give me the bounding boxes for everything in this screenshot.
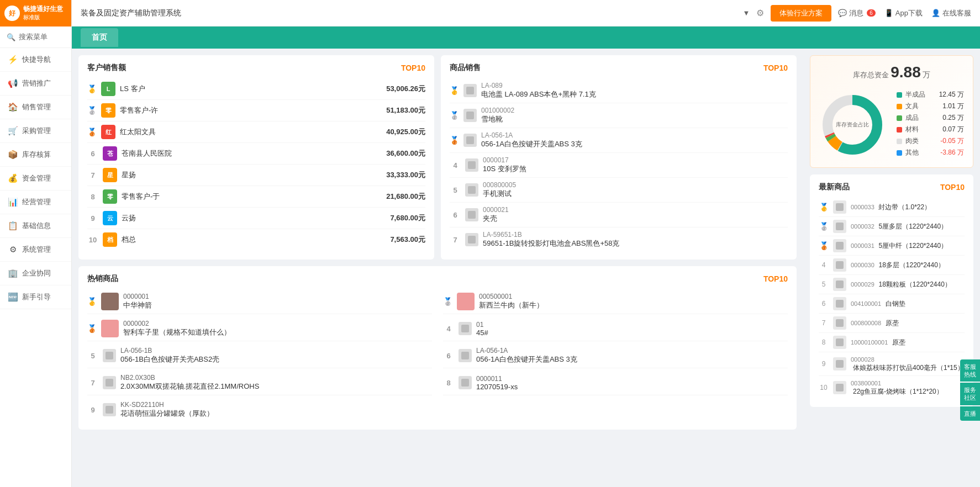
- product-info: 000500001 新西兰牛肉（新牛）: [479, 293, 788, 310]
- sidebar-item-basic[interactable]: 📋 基础信息: [0, 214, 71, 238]
- product-code: 0000028: [851, 356, 874, 363]
- sidebar-item-system[interactable]: ⚙ 系统管理: [0, 238, 71, 262]
- legend: 半成品 12.45 万 文具 1.01 万: [897, 90, 964, 160]
- legend-item: 半成品 12.45 万: [897, 90, 964, 99]
- sidebar-item-sales[interactable]: 🏠 销售管理: [0, 96, 71, 119]
- rank-num: 7: [819, 319, 829, 327]
- product-thumbnail: [101, 320, 119, 337]
- online-service-button[interactable]: 👤 在线客服: [931, 8, 971, 18]
- sidebar-item-label: 企业协同: [22, 268, 51, 278]
- inventory-label: 库存总资金: [853, 71, 889, 79]
- svg-rect-1: [466, 112, 474, 119]
- rank-name: 苍南县人民医院: [122, 149, 382, 158]
- new-product-item: 🥇 0000033 封边带（1.0*22）: [819, 198, 965, 217]
- product-code: 003800001: [851, 380, 881, 387]
- topbar-dropdown[interactable]: ▼: [742, 9, 750, 17]
- new-product-item: 10 003800001 22g鱼豆腐-烧烤味（1*12*20）: [819, 376, 965, 399]
- sidebar-item-purchase[interactable]: 🛒 采购管理: [0, 119, 71, 143]
- rank-medal: 🥇: [87, 297, 97, 306]
- marketing-icon: 📢: [8, 78, 18, 88]
- search-label: 搜索菜单: [19, 32, 48, 42]
- legend-dot: [897, 104, 902, 109]
- sidebar-item-cooperation[interactable]: 🏢 企业协同: [0, 262, 71, 285]
- product-thumbnail: [833, 258, 846, 272]
- rank-info: 云扬: [122, 213, 386, 223]
- rank-name: 星扬: [122, 170, 382, 180]
- settings-icon[interactable]: ⚙: [756, 8, 764, 18]
- product-name: 59651-1B旋转投影灯电池盒ABS黑色+58克: [483, 239, 788, 248]
- rank-info: 星扬: [122, 170, 382, 180]
- product-item: 5 LA-056-1B 056-1B白色按键开关壳ABS2壳: [87, 343, 432, 368]
- trial-button[interactable]: 体验行业方案: [771, 5, 831, 22]
- app-download-button[interactable]: 📱 App下载: [884, 8, 923, 18]
- product-thumbnail: [103, 403, 116, 416]
- product-code: 01: [476, 321, 788, 329]
- sidebar: 好 畅捷通好生意 标准版 🔍 搜索菜单 ⚡ 快捷导航 📢 营销推广 🏠 销售管理…: [0, 0, 72, 487]
- legend-val: 0.07 万: [942, 125, 964, 134]
- new-product-item: 🥉 0000031 5厘中纤（1220*2440）: [819, 236, 965, 256]
- product-sales-card: 商品销售 TOP10 🥇 LA-089 电池盖 LA-089 ABS本色+黑种 …: [441, 55, 797, 260]
- sidebar-item-guide[interactable]: 🆕 新手引导: [0, 285, 71, 309]
- product-thumbnail: [101, 293, 119, 310]
- inventory-value: 9.88: [891, 63, 921, 81]
- float-btn-live[interactable]: 直播: [960, 406, 980, 421]
- tab-home[interactable]: 首页: [81, 28, 118, 47]
- sidebar-item-marketing[interactable]: 📢 营销推广: [0, 72, 71, 96]
- customer-top10-badge: TOP10: [401, 63, 425, 72]
- svg-rect-3: [468, 161, 476, 169]
- product-name: 18颗粒板（1220*2440）: [878, 280, 951, 288]
- rank-name: 档总: [122, 235, 386, 245]
- product-info: KK-SD22110H 花语萌恒温分罐罐袋（厚款）: [120, 401, 432, 419]
- rank-avatar: 档: [103, 232, 117, 247]
- rank-medal-2: 🥈: [87, 106, 97, 115]
- topbar: 装备及固定资产辅助管理系统 ▼ ⚙ 体验行业方案 💬 消息 6 📱 App下载 …: [72, 0, 980, 27]
- product-info: 0000033 封边带（1.0*22）: [851, 203, 965, 212]
- product-name: 手机测试: [483, 189, 788, 199]
- basic-icon: 📋: [8, 221, 18, 231]
- product-name: 056-1A白色按键开关盖ABS 3克: [481, 139, 788, 149]
- product-info: 0000002 智利车子里（规格不知道填什么）: [123, 320, 432, 337]
- sidebar-item-quick-nav[interactable]: ⚡ 快捷导航: [0, 48, 71, 72]
- product-thumbnail: [833, 381, 846, 394]
- rank-info: LA-056-1A 056-1A白色按键开关盖ABS 3克: [481, 131, 788, 149]
- svg-rect-2: [466, 136, 474, 144]
- product-thumbnail: [457, 293, 475, 310]
- legend-item: 肉类 -0.05 万: [897, 136, 964, 146]
- rank-item: 5 000800005 手机测试: [450, 178, 788, 203]
- product-thumbnail: [833, 278, 846, 291]
- sidebar-item-inventory[interactable]: 📦 库存核算: [0, 143, 71, 167]
- rank-info: LS 客户: [120, 84, 382, 94]
- product-info: 0000029 18颗粒板（1220*2440）: [851, 280, 965, 289]
- rank-num: 7: [87, 379, 98, 387]
- rank-num: 6: [450, 211, 461, 219]
- customer-top10-header: 客户销售额 TOP10: [87, 63, 425, 73]
- rank-info: 红太阳文具: [120, 127, 382, 137]
- rank-name: 零售客户-许: [120, 105, 382, 115]
- new-product-item: 9 0000028 体娘荔枝味苏打饮品400毫升（1*15）: [819, 352, 965, 376]
- rank-num: 9: [87, 406, 98, 414]
- product-info: 0000028 体娘荔枝味苏打饮品400毫升（1*15）: [851, 355, 965, 373]
- rank-num: 9: [87, 214, 98, 223]
- new-products-card: 最新商品 TOP10 🥇 0000033 封边带（1.0*22） 🥈 00000…: [810, 174, 973, 407]
- product-code: 000500001: [479, 293, 788, 300]
- message-badge: 6: [867, 9, 876, 17]
- rank-medal-3: 🥉: [87, 128, 97, 136]
- float-btn-community[interactable]: 服务社区: [960, 383, 980, 405]
- rank-amount: 36,600.00元: [386, 149, 425, 158]
- inventory-unit: 万: [923, 70, 930, 79]
- float-btn-customer[interactable]: 客服热线: [960, 359, 980, 382]
- sidebar-search[interactable]: 🔍 搜索菜单: [0, 27, 71, 48]
- product-code: KK-SD22110H: [120, 401, 432, 409]
- product-thumbnail: [463, 109, 477, 122]
- rank-item: 7 星 星扬 33,333.00元: [87, 165, 425, 186]
- messages-button[interactable]: 💬 消息 6: [838, 8, 876, 18]
- service-label: 在线客服: [942, 8, 971, 18]
- sidebar-item-operations[interactable]: 📊 经营管理: [0, 190, 71, 214]
- legend-dot: [897, 92, 902, 98]
- sidebar-logo: 好 畅捷通好生意 标准版: [0, 0, 71, 27]
- product-code: 0000002: [123, 320, 432, 327]
- customer-rank-list: 🥇 L LS 客户 53,006.26元 🥈 零 零售客户-许: [87, 78, 425, 250]
- sidebar-item-finance[interactable]: 💰 资金管理: [0, 167, 71, 190]
- rank-avatar: 零: [101, 103, 115, 118]
- quick-nav-icon: ⚡: [8, 55, 18, 65]
